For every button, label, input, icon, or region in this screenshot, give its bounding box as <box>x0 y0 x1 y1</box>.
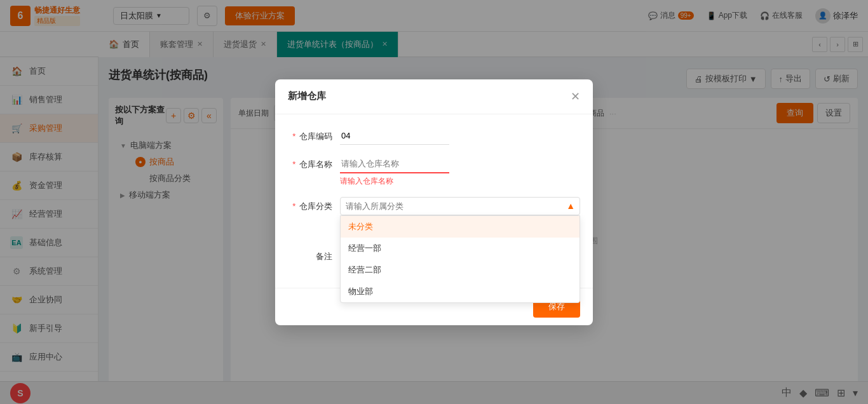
form-row-category: * 仓库分类 ▲ 未分类 经营一部 经营二部 物业部 <box>288 197 580 215</box>
name-label: * 仓库名称 <box>288 155 332 170</box>
name-input[interactable] <box>340 155 449 173</box>
form-row-name: * 仓库名称 请输入仓库名称 <box>288 155 580 187</box>
name-error-msg: 请输入仓库名称 <box>340 176 580 187</box>
dropdown-item-dept1[interactable]: 经营一部 <box>341 238 580 259</box>
category-input[interactable] <box>340 197 580 215</box>
new-warehouse-modal: 新增仓库 ✕ * 仓库编码 * 仓库名称 <box>275 79 593 325</box>
dropdown-item-dept3[interactable]: 物业部 <box>341 281 580 302</box>
category-label: * 仓库分类 <box>288 197 332 212</box>
remark-label: 备注 <box>288 247 332 262</box>
form-row-code: * 仓库编码 <box>288 127 580 145</box>
category-field: ▲ 未分类 经营一部 经营二部 物业部 <box>340 197 580 215</box>
modal-body: * 仓库编码 * 仓库名称 请输入仓库名称 <box>275 114 593 288</box>
modal-overlay[interactable]: 新增仓库 ✕ * 仓库编码 * 仓库名称 <box>0 0 868 404</box>
code-field <box>340 127 580 145</box>
modal-title: 新增仓库 <box>288 90 326 102</box>
dropdown-item-dept2[interactable]: 经营二部 <box>341 259 580 281</box>
category-toggle-icon[interactable]: ▲ <box>566 201 575 211</box>
modal-header: 新增仓库 ✕ <box>275 79 593 114</box>
code-label: * 仓库编码 <box>288 127 332 142</box>
category-dropdown: 未分类 经营一部 经营二部 物业部 <box>340 215 580 303</box>
name-field: 请输入仓库名称 <box>340 155 580 187</box>
dropdown-item-unclassified[interactable]: 未分类 <box>341 216 580 238</box>
modal-close-button[interactable]: ✕ <box>571 90 580 104</box>
code-input[interactable] <box>340 127 449 145</box>
